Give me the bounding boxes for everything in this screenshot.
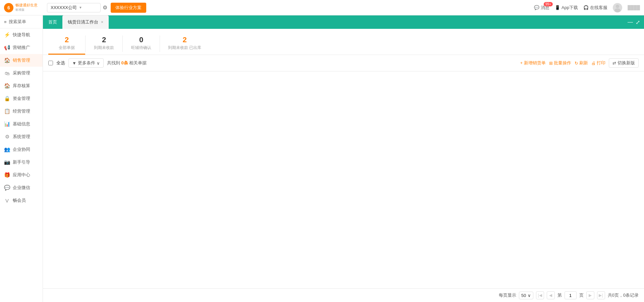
batch-operation-button[interactable]: ⊞ 批量操作 (549, 60, 571, 66)
sidebar-label-7: 基础信息 (13, 121, 30, 127)
company-selector[interactable]: XXXXXX公司 ▼ (47, 3, 101, 12)
online-service-label: 在线客服 (590, 5, 607, 11)
batch-label: 批量操作 (554, 60, 571, 66)
app-download-button[interactable]: 📱 App下载 (555, 5, 578, 11)
app-download-label: App下载 (561, 5, 578, 11)
sidebar-item-资金管理[interactable]: 🔒资金管理 (0, 92, 43, 105)
sidebar-label-13: 畅会员 (13, 197, 26, 203)
sidebar-item-企业微信[interactable]: 💬企业微信 (0, 181, 43, 194)
avatar[interactable] (613, 3, 622, 12)
sidebar: ≡ 搜索菜单 ⚡快捷导航📢营销推广🏠销售管理🛍采购管理🏠库存核算🔒资金管理📋经营… (0, 15, 43, 302)
stat-label-2: 旺辅待确认 (131, 45, 151, 51)
sidebar-item-快捷导航[interactable]: ⚡快捷导航 (0, 28, 43, 41)
sidebar-item-采购管理[interactable]: 🛍采购管理 (0, 67, 43, 79)
experience-button[interactable]: 体验行业方案 (111, 3, 146, 13)
stat-label-0: 全部单据 (59, 45, 75, 51)
sidebar-item-企业协同[interactable]: 👥企业协同 (0, 143, 43, 156)
sidebar-icon-3: 🛍 (4, 70, 10, 76)
tab-close-icon[interactable]: × (101, 20, 103, 24)
sidebar-icon-6: 📋 (4, 108, 10, 114)
stat-num-1: 2 (102, 36, 106, 44)
sidebar-label-12: 企业微信 (13, 185, 30, 191)
filter-label: 更多条件 (78, 60, 95, 66)
sidebar-label-1: 营销推广 (13, 45, 30, 51)
tab-bar-actions: — ⤢ (628, 19, 644, 25)
stat-num-2: 0 (139, 36, 143, 44)
page-label: 第 (557, 292, 562, 298)
sidebar-item-应用中心[interactable]: 🎁应用中心 (0, 169, 43, 181)
pagination: 每页显示 50 ∨ |◀ ◀ 第 页 ▶ ▶| 共0页，0条记录 (43, 288, 644, 302)
batch-icon: ⊞ (549, 61, 553, 66)
online-service-button[interactable]: 🎧 在线客服 (583, 5, 607, 11)
print-label: 打印 (597, 60, 605, 66)
toolbar: 全选 ▼ 更多条件 ∨ 共找到 0条 相关单据 + 新增销货单 ⊞ (43, 55, 644, 71)
per-page-value: 50 (521, 293, 526, 298)
tab-home[interactable]: 首页 (43, 15, 62, 29)
page-input[interactable] (565, 291, 577, 299)
home-tab-label: 首页 (48, 19, 57, 25)
sidebar-icon-11: 🎁 (4, 172, 10, 178)
sidebar-item-系统管理[interactable]: ⚙系统管理 (0, 130, 43, 143)
tab-active[interactable]: 钱货日清工作台 × (62, 15, 109, 29)
total-info: 共0页，0条记录 (608, 292, 639, 298)
page-last-button[interactable]: ▶| (597, 291, 605, 299)
sidebar-item-库存核算[interactable]: 🏠库存核算 (0, 79, 43, 92)
sidebar-label-8: 系统管理 (13, 134, 30, 140)
sidebar-item-基础信息[interactable]: 📊基础信息 (0, 118, 43, 130)
tab-maximize-button[interactable]: ⤢ (636, 19, 640, 25)
stat-tab-2[interactable]: 0旺辅待确认 (123, 33, 160, 55)
sidebar-label-3: 采购管理 (13, 70, 30, 76)
sidebar-icon-10: 📷 (4, 159, 10, 165)
found-prefix: 共找到 (107, 60, 120, 65)
switch-version-button[interactable]: ⇄ 切换新版 (609, 58, 639, 68)
message-icon: 💬 (534, 5, 539, 10)
messages-badge: 99+ (544, 2, 553, 6)
username-text: ████ (628, 5, 640, 10)
page-content: 2全部单据2到期未收款0旺辅待确认2到期未收款 已出库 全选 ▼ 更多条件 ∨ … (43, 29, 644, 302)
headset-icon: 🎧 (583, 5, 589, 10)
page-first-button[interactable]: |◀ (536, 291, 544, 299)
sidebar-icon-7: 📊 (4, 121, 10, 127)
sidebar-item-营销推广[interactable]: 📢营销推广 (0, 41, 43, 54)
content-area: 首页 钱货日清工作台 × — ⤢ 2全部单据2到期未收款0旺辅待确认2到期未收款… (43, 15, 644, 302)
sidebar-label-6: 经营管理 (13, 108, 30, 114)
username-area[interactable]: ████ (628, 5, 640, 10)
sidebar-item-经营管理[interactable]: 📋经营管理 (0, 105, 43, 118)
found-suffix: 相关单据 (129, 60, 147, 65)
filter-chevron-icon: ∨ (97, 61, 100, 66)
sidebar-label-9: 企业协同 (13, 146, 30, 153)
stat-num-0: 2 (65, 36, 69, 44)
page-prev-button[interactable]: ◀ (547, 291, 555, 299)
refresh-label: 刷新 (579, 60, 588, 66)
logo-text-area: 畅捷通好生意 标准版 (15, 3, 38, 12)
sidebar-icon-4: 🏠 (4, 83, 10, 89)
per-page-label: 每页显示 (499, 292, 516, 298)
messages-button[interactable]: 💬 消息 99+ (534, 5, 549, 11)
found-count: 0条 (121, 60, 128, 65)
new-sale-button[interactable]: + 新增销货单 (520, 60, 546, 66)
refresh-button[interactable]: ↻ 刷新 (575, 60, 588, 66)
sidebar-item-新手引导[interactable]: 📷新手引导 (0, 156, 43, 169)
stat-tab-1[interactable]: 2到期未收款 (86, 33, 122, 55)
select-all-checkbox[interactable] (48, 61, 53, 65)
sidebar-item-畅会员[interactable]: V畅会员 (0, 194, 43, 207)
per-page-select[interactable]: 50 ∨ (519, 292, 533, 299)
sidebar-icon-8: ⚙ (4, 134, 10, 140)
filter-button[interactable]: ▼ 更多条件 ∨ (68, 58, 104, 68)
tab-minimize-button[interactable]: — (628, 19, 633, 25)
filter-icon: ▼ (72, 61, 76, 66)
settings-icon[interactable]: ⚙ (103, 4, 107, 11)
found-text: 共找到 0条 相关单据 (107, 60, 147, 66)
svg-point-1 (614, 8, 621, 12)
page-next-button[interactable]: ▶ (586, 291, 594, 299)
stat-tab-3[interactable]: 2到期未收款 已出库 (160, 33, 209, 55)
logo-area: 6 畅捷通好生意 标准版 (4, 3, 47, 12)
per-page-chevron-icon: ∨ (528, 293, 531, 298)
print-button[interactable]: 🖨 打印 (591, 60, 605, 66)
sidebar-item-销售管理[interactable]: 🏠销售管理 (0, 54, 43, 67)
switch-label: 切换新版 (618, 60, 635, 66)
stat-tab-0[interactable]: 2全部单据 (48, 33, 85, 55)
chevron-down-icon: ▼ (79, 6, 82, 9)
sidebar-search[interactable]: ≡ 搜索菜单 (0, 15, 43, 28)
page-suffix: 页 (579, 292, 584, 298)
